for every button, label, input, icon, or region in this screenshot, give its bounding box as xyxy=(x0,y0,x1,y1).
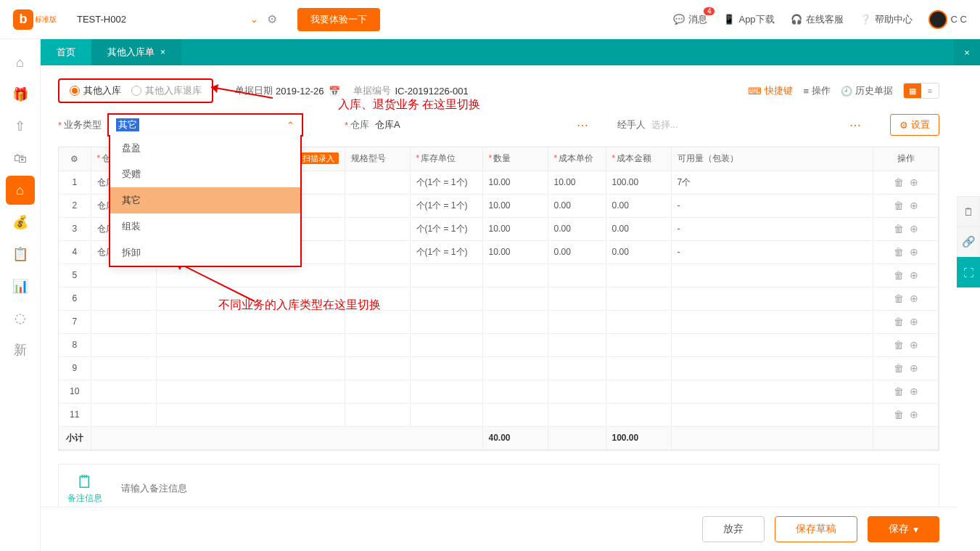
help-link[interactable]: ❔ 帮助中心 xyxy=(860,13,913,26)
headset-icon: 🎧 xyxy=(791,14,802,25)
logo-subtitle: 标准版 xyxy=(35,15,57,25)
phone-icon: 📱 xyxy=(723,14,735,25)
org-selector[interactable]: TEST-H002 ⌄ xyxy=(77,11,258,28)
chevron-down-icon: ⌄ xyxy=(250,14,258,25)
messages-link[interactable]: 💬 消息 4 xyxy=(673,13,707,26)
org-selector-value: TEST-H002 xyxy=(77,14,126,25)
message-badge: 4 xyxy=(704,7,715,15)
top-header: b 标准版 TEST-H002 ⌄ ⚙ 我要体验一下 💬 消息 4 📱 App下… xyxy=(0,0,980,39)
try-button[interactable]: 我要体验一下 xyxy=(297,8,380,31)
help-icon: ❔ xyxy=(860,14,871,25)
user-menu[interactable]: C C xyxy=(928,10,967,29)
app-download-link[interactable]: 📱 App下载 xyxy=(723,13,774,26)
service-link[interactable]: 🎧 在线客服 xyxy=(791,13,844,26)
logo-icon: b xyxy=(13,9,33,30)
message-icon: 💬 xyxy=(673,14,685,25)
avatar-icon xyxy=(928,10,947,29)
gear-icon[interactable]: ⚙ xyxy=(267,12,277,26)
top-right-nav: 💬 消息 4 📱 App下载 🎧 在线客服 ❔ 帮助中心 C C xyxy=(673,10,967,29)
